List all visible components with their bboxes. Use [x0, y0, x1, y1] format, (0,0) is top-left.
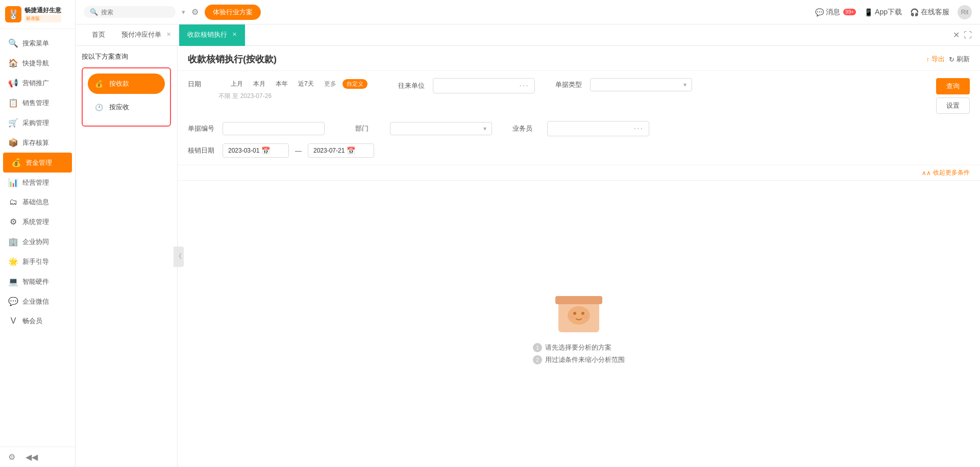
tab-home[interactable]: 首页	[84, 24, 113, 46]
collapse-panel-icon: 《	[176, 252, 182, 261]
search-input[interactable]	[101, 9, 162, 16]
verification-start-date[interactable]: 2023-03-01 📅	[223, 143, 289, 158]
app-download-btn[interactable]: 📱 App下载	[864, 8, 902, 17]
gear-icon[interactable]: ⚙	[191, 7, 199, 17]
inventory-icon: 📦	[8, 138, 18, 148]
prepay-tab-close[interactable]: ✕	[166, 31, 171, 38]
topbar: 🔍 ▾ ⚙ 体验行业方案 💬 消息 99+ 📱 App下载 🎧 在线客服 Rit	[76, 0, 980, 24]
end-calendar-icon[interactable]: 📅	[347, 146, 355, 155]
verification-date-label: 核销日期	[188, 146, 218, 155]
panel-item-by-receivable[interactable]: 🕐 按应收	[88, 97, 165, 117]
staff-select[interactable]: ···	[547, 121, 649, 136]
messages-btn[interactable]: 💬 消息 99+	[815, 8, 856, 17]
sidebar-item-finance[interactable]: 💰 资金管理	[3, 153, 72, 173]
basic-info-icon: 🗂	[8, 198, 18, 207]
sidebar-menu: 🔍 搜索菜单 🏠 快捷导航 📢 营销推广 📋 销售管理 🛒 采购管理 📦 库存核…	[0, 29, 75, 447]
sidebar-item-wechat[interactable]: 💬 企业微信	[0, 291, 75, 311]
online-service-btn[interactable]: 🎧 在线客服	[910, 8, 949, 17]
sidebar-item-corp[interactable]: 🏢 企业协同	[0, 232, 75, 252]
trading-unit-dots[interactable]: ···	[519, 81, 529, 90]
page-header-actions: ↑ 导出 ↻ 刷新	[926, 55, 970, 64]
settings-bottom-icon[interactable]: ⚙	[8, 452, 15, 462]
tab-prepay[interactable]: 预付冲应付单 ✕	[113, 24, 179, 46]
refresh-icon: ↻	[949, 56, 954, 63]
dropdown-icon[interactable]: ▾	[182, 8, 185, 16]
export-btn[interactable]: ↑ 导出	[926, 55, 945, 64]
collapse-panel-btn[interactable]: 《	[174, 247, 184, 267]
date-tab-this-month[interactable]: 本月	[249, 78, 270, 90]
sales-icon: 📋	[8, 98, 18, 108]
tab-verification[interactable]: 收款核销执行 ✕	[179, 24, 245, 46]
search-btn[interactable]: 查询	[936, 78, 970, 94]
sidebar-item-vip[interactable]: V 畅会员	[0, 311, 75, 331]
marketing-icon: 📢	[8, 78, 18, 88]
bill-type-label: 单据类型	[555, 80, 586, 89]
dept-chevron[interactable]: ▾	[483, 125, 486, 132]
user-avatar[interactable]: Rit	[958, 5, 972, 19]
receipt-icon: 💰	[93, 78, 105, 90]
verification-tab-label: 收款核销执行	[187, 30, 227, 39]
date-label: 日期	[188, 80, 218, 89]
sidebar-item-purchase[interactable]: 🛒 采购管理	[0, 113, 75, 133]
search-icon: 🔍	[90, 8, 98, 16]
system-icon: ⚙	[8, 217, 18, 227]
industry-btn[interactable]: 体验行业方案	[205, 5, 261, 20]
panel-item-by-receipt[interactable]: 💰 按收款	[88, 73, 165, 94]
close-tab-icon[interactable]: ✕	[953, 30, 960, 40]
svg-point-4	[581, 312, 584, 315]
sidebar-item-inventory[interactable]: 📦 库存核算	[0, 133, 75, 153]
refresh-btn[interactable]: ↻ 刷新	[949, 55, 970, 64]
sidebar: 🐰 畅捷通好生意 标准版 🔍 搜索菜单 🏠 快捷导航 📢 营销推广 📋 销售管理…	[0, 0, 76, 467]
expand-tab-icon[interactable]: ⛶	[964, 31, 972, 40]
sidebar-item-guide[interactable]: 🌟 新手引导	[0, 252, 75, 272]
collapse-sidebar-icon[interactable]: ◀◀	[26, 452, 38, 462]
corp-icon: 🏢	[8, 237, 18, 247]
date-tab-this-year[interactable]: 本年	[272, 78, 292, 90]
topbar-search-box[interactable]: 🔍	[84, 6, 176, 18]
operation-icon: 📊	[8, 178, 18, 187]
tabbar-end: ✕ ⛶	[953, 30, 972, 40]
staff-dots[interactable]: ···	[634, 124, 644, 133]
finance-icon: 💰	[11, 158, 21, 167]
receivable-icon: 🕐	[93, 101, 105, 113]
content-area: 按以下方案查询 💰 按收款 🕐 按应收 《	[76, 46, 980, 467]
logo-text: 畅捷通好生意 标准版	[24, 6, 61, 22]
date-tab-last-month[interactable]: 上月	[227, 78, 247, 90]
guide-icon: 🌟	[8, 257, 18, 266]
sidebar-item-search-menu[interactable]: 🔍 搜索菜单	[0, 33, 75, 53]
empty-hint-2: 2 用过滤条件来缩小分析范围	[533, 355, 625, 364]
date-tab-7days[interactable]: 近7天	[294, 78, 318, 90]
wechat-icon: 💬	[8, 297, 18, 306]
right-content: 收款核销执行(按收款) ↑ 导出 ↻ 刷新	[178, 46, 980, 467]
empty-svg	[548, 284, 609, 335]
dept-select[interactable]: ▾	[390, 122, 492, 135]
empty-hints: 1 请先选择要分析的方案 2 用过滤条件来缩小分析范围	[533, 343, 625, 364]
bill-type-chevron[interactable]: ▾	[683, 81, 687, 88]
date-tab-more[interactable]: 更多	[320, 78, 340, 90]
sidebar-item-hardware[interactable]: 💻 智能硬件	[0, 272, 75, 291]
start-calendar-icon[interactable]: 📅	[261, 146, 270, 155]
setting-btn[interactable]: 设置	[936, 97, 970, 114]
sidebar-item-sales[interactable]: 📋 销售管理	[0, 93, 75, 113]
sidebar-item-system[interactable]: ⚙ 系统管理	[0, 212, 75, 232]
sidebar-item-basic-info[interactable]: 🗂 基础信息	[0, 192, 75, 212]
empty-hint-1: 1 请先选择要分析的方案	[533, 343, 625, 352]
verification-tab-close[interactable]: ✕	[232, 31, 237, 38]
sidebar-item-operation[interactable]: 📊 经营管理	[0, 173, 75, 192]
trading-unit-select[interactable]: ···	[433, 78, 535, 93]
bill-no-input[interactable]	[223, 122, 325, 135]
trading-unit-label: 往来单位	[398, 81, 429, 90]
download-icon: 📱	[864, 8, 873, 16]
panel-section-box: 💰 按收款 🕐 按应收	[82, 67, 171, 127]
left-panel: 按以下方案查询 💰 按收款 🕐 按应收	[76, 46, 178, 467]
verification-end-date[interactable]: 2023-07-21 📅	[308, 143, 374, 158]
sidebar-item-quick-nav[interactable]: 🏠 快捷导航	[0, 53, 75, 73]
date-range-text: 不限 至 2023-07-26	[218, 92, 368, 101]
collapse-more-area: ∧∧ 收起更多条件	[178, 165, 980, 181]
message-icon: 💬	[815, 8, 824, 16]
date-custom-tag[interactable]: 自定义	[342, 79, 368, 89]
bill-type-select[interactable]: ▾	[590, 78, 692, 91]
sidebar-item-marketing[interactable]: 📢 营销推广	[0, 73, 75, 93]
collapse-more-btn[interactable]: ∧∧ 收起更多条件	[922, 168, 970, 177]
left-panel-wrapper: 按以下方案查询 💰 按收款 🕐 按应收 《	[76, 46, 178, 467]
